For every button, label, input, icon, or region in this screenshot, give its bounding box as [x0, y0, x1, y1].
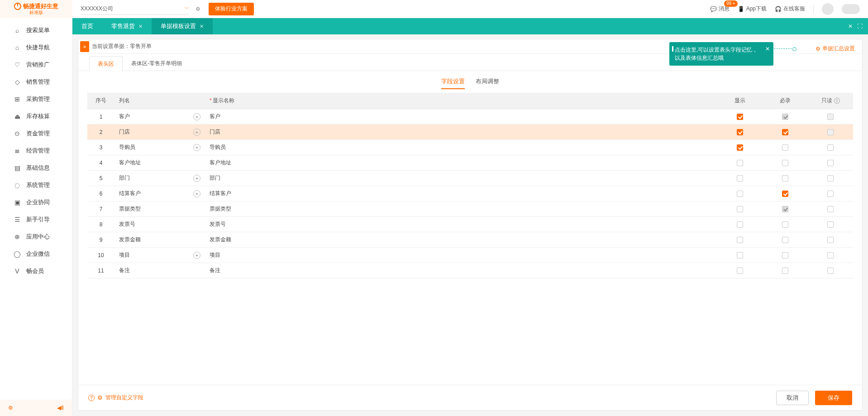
sidebar-item-10[interactable]: ▣企业协同 [0, 194, 72, 211]
plus-icon[interactable]: + [193, 175, 200, 182]
close-icon[interactable]: ✕ [138, 24, 143, 29]
checkbox-required[interactable] [782, 237, 788, 243]
checkbox-readonly[interactable] [827, 237, 834, 243]
checkbox-readonly[interactable] [827, 160, 834, 166]
checkbox-readonly[interactable] [827, 191, 834, 197]
cell-display[interactable]: 备注 [205, 263, 717, 278]
cell-display[interactable]: 客户 [205, 109, 717, 124]
cancel-button[interactable]: 取消 [776, 391, 809, 405]
cell-seq: 7 [87, 201, 114, 217]
plus-icon[interactable]: + [193, 129, 200, 136]
summary-settings-link[interactable]: ⚙ 单据汇总设置 [816, 45, 855, 53]
help-icon[interactable]: ? [834, 98, 840, 104]
sub-tab-0[interactable]: 字段设置 [441, 77, 465, 89]
cell-display[interactable]: 发票金额 [205, 232, 717, 248]
checkbox-required[interactable] [782, 268, 788, 274]
sidebar-item-7[interactable]: ≣经营管理 [0, 142, 72, 159]
sidebar-item-9[interactable]: ◌系统管理 [0, 177, 72, 194]
topbar-right: 💬 消息 📱 App下载 🎧 在线客服 [710, 3, 860, 15]
sidebar-item-6[interactable]: ⊙资金管理 [0, 125, 72, 142]
checkbox-readonly[interactable] [827, 175, 834, 182]
sidebar-item-label: 销售管理 [26, 78, 50, 86]
checkbox-required[interactable] [782, 129, 788, 135]
tab-2[interactable]: 单据模板设置✕ [152, 18, 213, 34]
sidebar-item-5[interactable]: ⏏库存核算 [0, 108, 72, 125]
checkbox-required[interactable] [782, 175, 788, 182]
tab-1[interactable]: 零售退货✕ [102, 18, 152, 34]
cell-show [717, 217, 763, 232]
cell-display[interactable]: 导购员 [205, 140, 717, 155]
checkbox-required[interactable] [782, 144, 788, 151]
trial-plan-button[interactable]: 体验行业方案 [209, 3, 254, 15]
checkbox-show[interactable] [737, 144, 743, 151]
app-download-link[interactable]: 📱 App下载 [738, 5, 767, 13]
checkbox-show[interactable] [737, 252, 743, 258]
company-name: XXXXXX公司 [81, 5, 113, 13]
support-link[interactable]: 🎧 在线客服 [775, 5, 805, 13]
settings-gear-icon[interactable]: ⚙ [8, 405, 13, 411]
cell-display[interactable]: 门店 [205, 124, 717, 140]
save-button[interactable]: 保存 [815, 391, 852, 405]
cell-display[interactable]: 客户地址 [205, 155, 717, 171]
checkbox-show[interactable] [737, 221, 743, 228]
sidebar-item-3[interactable]: ◇销售管理 [0, 73, 72, 91]
checkbox-show[interactable] [737, 191, 743, 197]
manage-custom-fields-link[interactable]: ? ⚙ 管理自定义字段 [88, 394, 143, 402]
sidebar-item-12[interactable]: ⊕应用中心 [0, 228, 72, 245]
expand-handle[interactable]: » [80, 41, 89, 52]
fullscreen-icon[interactable]: ⛶ [857, 23, 863, 29]
collapse-sidebar-icon[interactable]: ◀Ⅱ [57, 405, 64, 411]
gear-icon[interactable]: ⚙ [196, 6, 200, 12]
cell-display[interactable]: 项目 [205, 248, 717, 263]
checkbox-readonly[interactable] [827, 206, 834, 212]
sidebar-item-11[interactable]: ☰新手引导 [0, 211, 72, 228]
checkbox-show[interactable] [737, 268, 743, 274]
cell-show [717, 201, 763, 217]
tab-0[interactable]: 首页 [72, 18, 102, 34]
sidebar-item-2[interactable]: ♡营销推广 [0, 56, 72, 73]
checkbox-show[interactable] [737, 237, 743, 243]
sidebar-item-13[interactable]: ◯企业微信 [0, 245, 72, 263]
close-icon[interactable]: ✕ [765, 45, 770, 53]
close-icon[interactable]: ✕ [200, 24, 204, 29]
cell-display[interactable]: 结算客户 [205, 186, 717, 201]
company-select[interactable]: XXXXXX公司 ﹀ [81, 3, 189, 15]
sub-tab-1[interactable]: 布局调整 [476, 77, 499, 89]
checkbox-required[interactable] [782, 160, 788, 166]
checkbox-required[interactable] [782, 191, 788, 197]
checkbox-readonly[interactable] [827, 144, 834, 151]
cell-show [717, 248, 763, 263]
checkbox-show[interactable] [737, 175, 743, 182]
cell-display[interactable]: 部门 [205, 171, 717, 186]
avatar[interactable] [822, 3, 834, 15]
checkbox-required[interactable] [782, 252, 788, 258]
checkbox-show[interactable] [737, 206, 743, 212]
area-tab-1[interactable]: 表体区-零售开单明细 [123, 56, 191, 71]
messages-link[interactable]: 💬 消息 [710, 5, 730, 13]
area-tab-0[interactable]: 表头区 [89, 56, 123, 72]
plus-icon[interactable]: + [193, 144, 200, 151]
plus-icon[interactable]: + [193, 190, 200, 197]
sidebar-item-1[interactable]: ⌂快捷导航 [0, 39, 72, 56]
checkbox-readonly[interactable] [827, 252, 834, 258]
plus-icon[interactable]: + [193, 252, 200, 259]
checkbox-readonly[interactable] [827, 221, 834, 228]
tab-close-all-icon[interactable]: ✕ [848, 23, 853, 29]
avatar-extra[interactable] [842, 4, 860, 14]
cell-display[interactable]: 票据类型 [205, 201, 717, 217]
checkbox-show[interactable] [737, 160, 743, 166]
sidebar-item-8[interactable]: ▤基础信息 [0, 159, 72, 177]
cell-display[interactable]: 发票号 [205, 217, 717, 232]
sidebar-item-4[interactable]: ⊞采购管理 [0, 91, 72, 108]
checkbox-readonly[interactable] [827, 268, 834, 274]
checkbox-show[interactable] [737, 114, 743, 120]
cell-name: 发票金额 [114, 232, 205, 248]
cell-required [763, 140, 808, 155]
tab-label: 单据模板设置 [161, 22, 196, 30]
col-name: 列名 [114, 93, 205, 109]
plus-icon[interactable]: + [193, 113, 200, 120]
sidebar-item-0[interactable]: ⌕搜索菜单 [0, 22, 72, 39]
sidebar-item-14[interactable]: V畅会员 [0, 263, 72, 280]
checkbox-show[interactable] [737, 129, 743, 135]
checkbox-required[interactable] [782, 221, 788, 228]
